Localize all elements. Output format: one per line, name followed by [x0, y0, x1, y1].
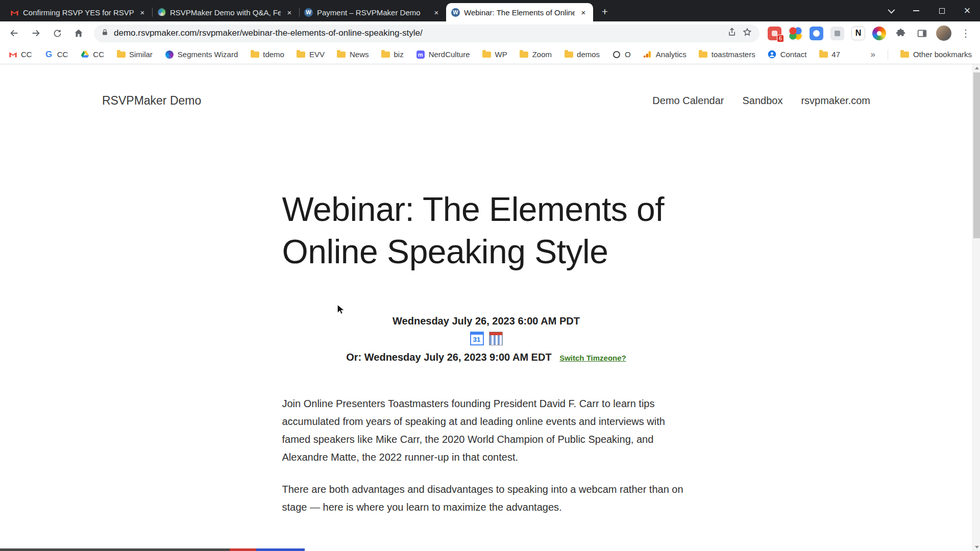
tab-search-chevron-icon[interactable] — [878, 0, 903, 21]
segments-wizard-icon — [165, 51, 174, 59]
scrollbar-down-arrow-icon[interactable] — [973, 543, 980, 551]
tab-close-icon[interactable] — [579, 8, 588, 17]
bookmark-zoom[interactable]: Zoom — [520, 50, 552, 59]
tab-payment[interactable]: W Payment – RSVPMaker Demo — [299, 3, 446, 21]
folder-icon — [520, 51, 529, 59]
forward-button[interactable] — [27, 24, 45, 42]
profile-avatar[interactable] — [936, 26, 951, 41]
vertical-scrollbar[interactable] — [972, 64, 980, 551]
person-icon — [768, 51, 777, 59]
nav-link-sandbox[interactable]: Sandbox — [742, 95, 782, 107]
google-calendar-icon[interactable]: 31 — [470, 332, 484, 345]
embed-edge-segment — [230, 548, 256, 551]
tab-close-icon[interactable] — [432, 8, 441, 17]
bookmark-tdemo[interactable]: tdemo — [250, 50, 284, 59]
embed-edge-segment — [0, 548, 230, 551]
folder-icon — [250, 51, 259, 59]
analytics-icon — [643, 51, 652, 59]
event-article: Webinar: The Elements of Online Speaking… — [282, 188, 691, 516]
close-window-button[interactable] — [954, 0, 980, 21]
bookmark-o[interactable]: O — [612, 50, 631, 59]
gmail-icon — [10, 8, 19, 17]
other-bookmarks-button[interactable]: Other bookmarks — [900, 50, 972, 59]
bookmark-segments-wizard[interactable]: Segments Wizard — [165, 50, 238, 59]
scrollbar-up-arrow-icon[interactable] — [973, 64, 980, 72]
bookmark-news[interactable]: News — [337, 50, 369, 59]
ical-calendar-icon[interactable] — [489, 332, 503, 345]
tab-gmail-rsvp[interactable]: Confirming RSVP YES for RSVPM — [5, 3, 152, 21]
extension-icon-red[interactable]: 6 — [768, 27, 781, 40]
reload-button[interactable] — [48, 24, 66, 42]
bookmark-label: 47 — [831, 50, 840, 59]
bookmark-google-cc[interactable]: G CC — [44, 50, 68, 59]
bookmark-label: O — [625, 50, 631, 59]
bookmark-label: NerdCulture — [429, 50, 470, 59]
bookmarks-overflow-chevron-icon[interactable] — [870, 49, 875, 60]
back-button[interactable] — [5, 24, 23, 42]
bookmark-toastmasters[interactable]: toastmasters — [699, 50, 755, 59]
ring-icon — [612, 51, 621, 59]
tab-close-icon[interactable] — [138, 8, 147, 17]
bookmark-analytics[interactable]: Analytics — [643, 50, 687, 59]
bookmark-label: News — [350, 50, 369, 59]
nav-link-demo-calendar[interactable]: Demo Calendar — [652, 95, 724, 107]
side-panel-icon[interactable] — [913, 24, 931, 42]
lock-icon — [101, 29, 109, 38]
extensions-puzzle-icon[interactable] — [891, 24, 910, 42]
home-button[interactable] — [69, 24, 88, 42]
bookmark-label: Similar — [129, 50, 153, 59]
bookmark-drive-cc[interactable]: CC — [80, 50, 104, 59]
page-viewport: RSVPMaker Demo Demo Calendar Sandbox rsv… — [0, 64, 980, 551]
address-bar[interactable]: demo.rsvpmaker.com/rsvpmaker/webinar-the… — [94, 24, 760, 42]
folder-icon — [337, 51, 346, 59]
folder-icon — [381, 51, 390, 59]
window-controls — [878, 0, 980, 21]
bookmark-demos[interactable]: demos — [564, 50, 600, 59]
tab-close-icon[interactable] — [285, 8, 294, 17]
event-description-paragraph: There are both advantages and disadvanta… — [282, 481, 691, 516]
site-title[interactable]: RSVPMaker Demo — [102, 94, 201, 108]
bookmark-label: Segments Wizard — [178, 50, 238, 59]
new-tab-button[interactable] — [597, 4, 612, 19]
switch-timezone-link[interactable]: Switch Timzeone? — [559, 354, 626, 362]
bookmark-gmail-cc[interactable]: CC — [8, 50, 32, 59]
bookmark-star-icon[interactable] — [742, 27, 752, 39]
webpage: RSVPMaker Demo Demo Calendar Sandbox rsv… — [0, 64, 972, 551]
page-title: Webinar: The Elements of Online Speaking… — [282, 188, 691, 272]
bookmark-similar[interactable]: Similar — [116, 50, 153, 59]
tab-webinar-active[interactable]: W Webinar: The Elements of Online — [446, 3, 593, 21]
site-nav: Demo Calendar Sandbox rsvpmaker.com — [652, 95, 870, 107]
extension-icon-notion[interactable] — [851, 27, 865, 40]
minimize-button[interactable] — [903, 0, 929, 21]
extension-icon-grey[interactable] — [830, 27, 844, 40]
nav-link-rsvpmaker[interactable]: rsvpmaker.com — [801, 95, 870, 107]
bookmark-biz[interactable]: biz — [381, 50, 403, 59]
bookmarks-divider — [888, 49, 888, 60]
share-icon[interactable] — [727, 27, 737, 39]
embed-edge-segment — [256, 548, 305, 551]
tab-title: RSVPMaker Demo with Q&A, Fea — [170, 8, 281, 17]
bookmark-nerdculture[interactable]: m NerdCulture — [416, 50, 470, 59]
bookmark-evv[interactable]: EVV — [297, 50, 325, 59]
folder-icon — [819, 51, 828, 59]
extension-icon-starburst[interactable] — [872, 27, 886, 40]
extension-icon-blue[interactable] — [810, 27, 823, 40]
site-header: RSVPMaker Demo Demo Calendar Sandbox rsv… — [0, 64, 972, 108]
tab-rsvpmaker-qa[interactable]: RSVPMaker Demo with Q&A, Fea — [152, 3, 299, 21]
extension-icon-colored-dots[interactable] — [789, 27, 802, 40]
bookmark-label: biz — [394, 50, 403, 59]
event-datetime-primary: Wednesday July 26, 2023 6:00 AM PDT — [282, 315, 691, 327]
menu-kebab-icon[interactable] — [957, 24, 975, 42]
site-favicon — [157, 8, 166, 17]
scrollbar-thumb[interactable] — [973, 72, 980, 238]
folder-icon — [564, 51, 573, 59]
drive-icon — [80, 51, 89, 59]
bookmark-47[interactable]: 47 — [819, 50, 840, 59]
bookmark-wp[interactable]: WP — [482, 50, 507, 59]
google-icon: G — [44, 51, 54, 59]
tab-title: Confirming RSVP YES for RSVPM — [23, 8, 134, 17]
bookmark-contact[interactable]: Contact — [768, 50, 807, 59]
bookmark-label: WP — [495, 50, 507, 59]
bookmark-label: tdemo — [263, 50, 284, 59]
maximize-button[interactable] — [929, 0, 954, 21]
